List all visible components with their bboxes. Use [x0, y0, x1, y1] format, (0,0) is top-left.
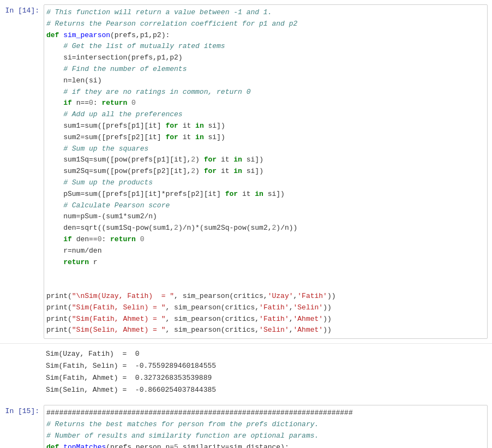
cell-15-content[interactable]: ########################################…: [44, 405, 488, 448]
cell-14-code: # This function will return a value betw…: [46, 7, 483, 336]
cell-14-label: In [14]:: [0, 4, 44, 339]
output-14-label: [0, 346, 44, 398]
cell-15-code: ########################################…: [46, 408, 483, 448]
notebook: In [14]: # This function will return a v…: [0, 0, 492, 448]
cell-14-content[interactable]: # This function will return a value betw…: [44, 4, 488, 339]
output-14-text: Sim(Uzay, Fatih) = 0 Sim(Fatih, Selin) =…: [44, 346, 488, 398]
cell-15: In [15]: ###############################…: [0, 401, 492, 448]
output-14: Sim(Uzay, Fatih) = 0 Sim(Fatih, Selin) =…: [0, 344, 492, 401]
cell-15-label: In [15]:: [0, 405, 44, 448]
cell-14: In [14]: # This function will return a v…: [0, 0, 492, 344]
